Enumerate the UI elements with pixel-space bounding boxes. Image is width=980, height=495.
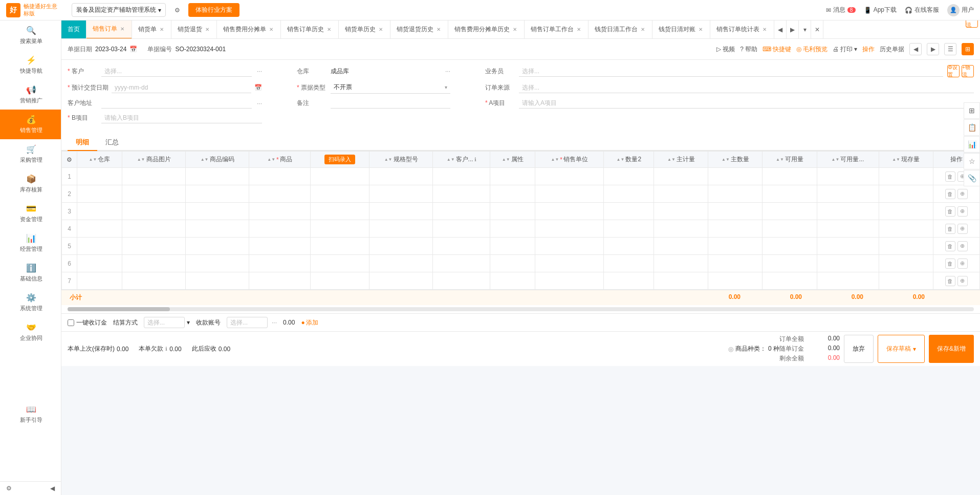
tab-close-sales-expense[interactable]: ✕ — [268, 26, 274, 33]
delete-row-1-button[interactable]: 🗑 — [945, 171, 955, 182]
copy-row-7-button[interactable]: ⊕ — [957, 276, 968, 286]
cell-main-qty-1[interactable] — [708, 168, 763, 185]
tab-order-history[interactable]: 销售订单历史 ✕ — [281, 20, 339, 39]
next-record-button[interactable]: ▶ — [927, 43, 939, 55]
view-button[interactable]: ▷ 视频 — [716, 45, 735, 54]
cell-unit-1[interactable] — [535, 168, 604, 185]
delete-row-3-button[interactable]: 🗑 — [945, 206, 955, 217]
cell-main-unit-2[interactable] — [654, 185, 708, 203]
tab-close-sales-stats[interactable]: ✕ — [761, 26, 768, 33]
tab-close-sales-goods[interactable]: ✕ — [159, 26, 165, 33]
address-more-icon[interactable]: ··· — [257, 100, 262, 107]
cell-attribute-1[interactable] — [490, 168, 535, 185]
cell-warehouse-1[interactable] — [77, 168, 122, 185]
delete-row-6-button[interactable]: 🗑 — [945, 259, 955, 269]
message-button[interactable]: ✉ 消息 8 — [826, 6, 856, 14]
tab-return-history[interactable]: 销货退货历史 ✕ — [390, 20, 448, 39]
cell-available-1[interactable] — [763, 168, 817, 185]
online-service-button[interactable]: 🎧 在线客服 — [905, 6, 939, 14]
cell-spec-1[interactable] — [369, 168, 433, 185]
tab-close-order-history[interactable]: ✕ — [326, 26, 332, 33]
list-view-button[interactable]: ☰ — [944, 43, 956, 55]
cell-spec-2[interactable] — [369, 185, 433, 203]
delete-row-5-button[interactable]: 🗑 — [945, 241, 955, 251]
tab-menu-button[interactable]: ▾ — [799, 20, 811, 39]
tab-close-daily-reconcile[interactable]: ✕ — [698, 26, 704, 33]
sidebar-collapse-icon[interactable]: ◀ — [50, 485, 55, 492]
cell-stock-1[interactable] — [879, 168, 933, 185]
account-select[interactable]: ··· — [227, 317, 277, 328]
warehouse-more-icon[interactable]: ··· — [445, 68, 450, 75]
settings-button[interactable]: ⚙ — [170, 3, 184, 17]
cell-code-1[interactable] — [186, 168, 249, 185]
side-action-2[interactable]: 📋 — [964, 119, 980, 136]
delivery-input[interactable] — [112, 82, 251, 93]
salesman-input[interactable] — [519, 66, 943, 77]
delete-row-7-button[interactable]: 🗑 — [945, 276, 955, 286]
user-button[interactable]: 👤 用户 — [947, 4, 974, 16]
tab-summary[interactable]: 汇总 — [97, 135, 127, 151]
cell-warehouse-3[interactable] — [77, 203, 122, 220]
customer-input[interactable] — [101, 66, 252, 77]
cell-product-1[interactable] — [249, 168, 311, 185]
sidebar-item-guide[interactable]: 📖 新手引导 — [0, 399, 61, 429]
cell-qty2-1[interactable] — [604, 168, 654, 185]
tab-daily-workbench[interactable]: 钱货日清工作台 ✕ — [589, 20, 652, 39]
tab-close-goods-history[interactable]: ✕ — [378, 26, 384, 33]
help-button[interactable]: ? 帮助 — [740, 45, 757, 54]
cell-available2-2[interactable] — [817, 185, 879, 203]
discard-button[interactable]: 放弃 — [844, 335, 874, 363]
delete-row-2-button[interactable]: 🗑 — [945, 189, 955, 199]
cell-available-2[interactable] — [763, 185, 817, 203]
sidebar-item-cooperation[interactable]: 🤝 企业协同 — [0, 317, 61, 347]
side-action-5[interactable]: 📎 — [964, 170, 980, 186]
cell-customer-code-1[interactable] — [433, 168, 490, 185]
sidebar-item-purchase[interactable]: 🛒 采购管理 — [0, 139, 61, 169]
tab-sales-expense[interactable]: 销售费用分摊单 ✕ — [217, 20, 281, 39]
calendar-icon[interactable]: 📅 — [129, 46, 137, 53]
invoice-select[interactable]: 不开票 ▾ — [331, 81, 450, 94]
settlement-select[interactable]: ▾ — [144, 317, 190, 328]
app-download-button[interactable]: 📱 App下载 — [864, 6, 897, 14]
cell-main-unit-1[interactable] — [654, 168, 708, 185]
tab-expense-history[interactable]: 销售费用分摊单历史 ✕ — [448, 20, 525, 39]
tab-daily-reconcile[interactable]: 钱货日清对账 ✕ — [652, 20, 710, 39]
tab-sales-stats[interactable]: 销售订单统计表 ✕ — [710, 20, 774, 39]
remark-input[interactable] — [331, 98, 450, 109]
copy-row-3-button[interactable]: ⊕ — [957, 206, 968, 217]
copy-row-5-button[interactable]: ⊕ — [957, 241, 968, 251]
tab-prev-button[interactable]: ◀ — [774, 20, 787, 39]
operate-button[interactable]: 操作 — [862, 45, 875, 54]
settlement-input[interactable] — [144, 317, 185, 328]
cell-image-2[interactable] — [122, 185, 186, 203]
sidebar-item-search[interactable]: 🔍 搜索菜单 — [0, 20, 61, 50]
tab-order-workbench[interactable]: 销售订单工作台 ✕ — [525, 20, 589, 39]
cell-available2-1[interactable] — [817, 168, 879, 185]
th-settings[interactable]: ⚙ — [62, 152, 77, 168]
profit-button[interactable]: ◎ 毛利预览 — [796, 45, 827, 54]
one-click-payment-checkbox[interactable]: 一键收订金 — [68, 318, 107, 327]
tab-close-return-history[interactable]: ✕ — [435, 26, 442, 33]
history-button[interactable]: 历史单据 — [880, 45, 904, 54]
sidebar-item-inventory[interactable]: 📦 库存核算 — [0, 169, 61, 199]
prev-record-button[interactable]: ◀ — [909, 43, 922, 55]
cell-unit-2[interactable] — [535, 185, 604, 203]
add-payment-button[interactable]: ● 添加 — [301, 318, 318, 327]
tab-sales-return[interactable]: 销货退货 ✕ — [171, 20, 217, 39]
sidebar-item-sales[interactable]: 💰 销售管理 — [0, 110, 61, 139]
cell-qty2-2[interactable] — [604, 185, 654, 203]
address-input[interactable] — [101, 98, 252, 109]
cell-warehouse-2[interactable] — [77, 185, 122, 203]
tab-next-button[interactable]: ▶ — [787, 20, 799, 39]
account-input[interactable] — [227, 317, 268, 328]
copy-row-6-button[interactable]: ⊕ — [957, 259, 968, 269]
tab-close-all-button[interactable]: ✕ — [811, 20, 823, 39]
tab-sales-goods[interactable]: 销货单 ✕ — [132, 20, 171, 39]
sidebar-settings-icon[interactable]: ⚙ — [6, 485, 12, 492]
sidebar-item-management[interactable]: 📊 经营管理 — [0, 228, 61, 258]
cell-main-qty-2[interactable] — [708, 185, 763, 203]
shortcut-button[interactable]: ⌨ 快捷键 — [763, 45, 791, 54]
save-new-button[interactable]: 保存&新增 — [929, 335, 974, 363]
sidebar-item-system[interactable]: ⚙️ 系统管理 — [0, 288, 61, 317]
industry-button[interactable]: 体验行业方案 — [188, 3, 239, 17]
